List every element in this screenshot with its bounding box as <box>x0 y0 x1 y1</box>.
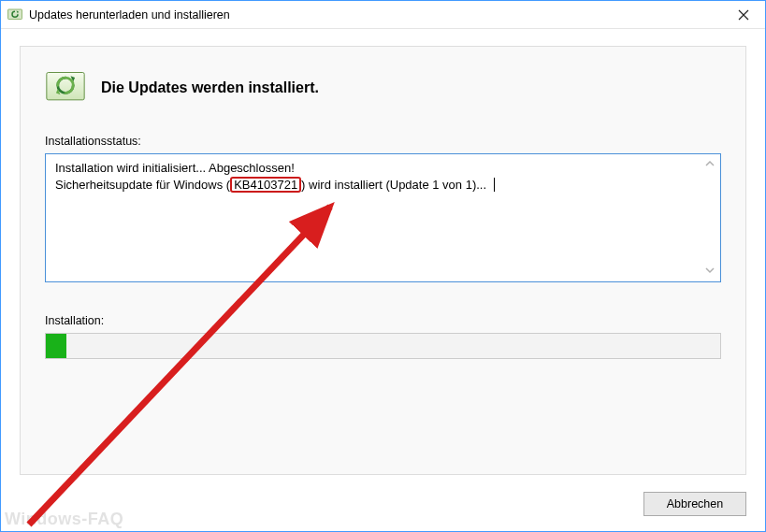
progress-fill <box>46 334 66 358</box>
scroll-up-icon[interactable] <box>703 158 716 171</box>
progress-bar <box>45 333 721 359</box>
status-box[interactable]: Installation wird initialisiert... Abges… <box>45 153 721 282</box>
status-line-2: Sicherheitsupdate für Windows (KB4103721… <box>55 177 711 194</box>
scroll-down-icon[interactable] <box>703 265 716 278</box>
header-row: Die Updates werden installiert. <box>45 67 721 108</box>
window: Updates herunterladen und installieren <box>0 0 766 532</box>
close-button[interactable] <box>722 1 765 28</box>
watermark: Windows-FAQ <box>5 510 123 529</box>
content-area: Die Updates werden installiert. Installa… <box>20 46 746 475</box>
window-title: Updates herunterladen und installieren <box>29 8 722 22</box>
cancel-button[interactable]: Abbrechen <box>643 492 746 516</box>
status-label: Installationsstatus: <box>45 135 721 148</box>
page-title: Die Updates werden installiert. <box>101 79 319 96</box>
text-cursor <box>494 178 495 192</box>
kb-number-highlight: KB4103721 <box>230 177 301 193</box>
footer: Abbrechen <box>643 492 746 516</box>
update-large-icon <box>45 67 86 108</box>
titlebar: Updates herunterladen und installieren <box>1 1 765 29</box>
windows-update-icon <box>7 7 23 23</box>
status-line2-pre: Sicherheitsupdate für Windows <box>55 178 226 192</box>
progress-label: Installation: <box>45 314 721 327</box>
status-line2-post: wird installiert (Update 1 von 1)... <box>305 178 489 192</box>
status-line-1: Installation wird initialisiert... Abges… <box>55 160 711 177</box>
